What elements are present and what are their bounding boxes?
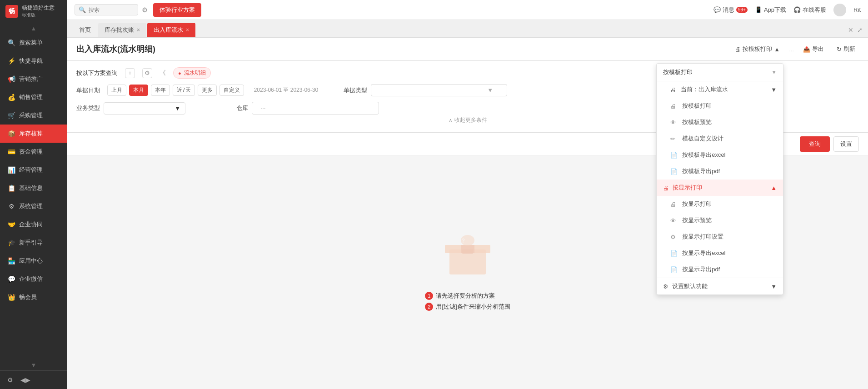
phone-icon: 📱: [755, 6, 762, 13]
doc-type-select[interactable]: ▼: [371, 84, 507, 96]
date-btn-current_month[interactable]: 本月: [129, 85, 148, 96]
display-settings-btn[interactable]: 设置: [833, 136, 859, 152]
sidebar-item-purchase[interactable]: 🛒采购管理: [0, 106, 67, 125]
tab-flow-label: 出入库流水: [154, 26, 183, 34]
collapse-conditions-btn[interactable]: ∧ 收起更多条件: [449, 116, 487, 124]
query-btn[interactable]: 查询: [800, 136, 830, 152]
sidebar-item-wechat[interactable]: 💬企业微信: [0, 270, 67, 288]
set-default-label: 设置默认功能: [672, 282, 708, 290]
topbar-search-box[interactable]: 🔍: [75, 4, 138, 15]
business-type-arrow: ▼: [175, 105, 180, 112]
sidebar-item-system[interactable]: ⚙系统管理: [0, 197, 67, 215]
member-icon: 👑: [7, 294, 15, 301]
message-icon: 💬: [713, 6, 721, 13]
date-btn-custom[interactable]: 自定义: [219, 85, 244, 96]
message-label: 消息: [723, 6, 734, 14]
date-btn-last_month[interactable]: 上月: [107, 85, 126, 96]
display-print-section-header[interactable]: 🖨 按显示打印 ▲: [657, 180, 783, 196]
warehouse-label: 仓库: [236, 104, 248, 112]
sidebar-item-label-appstore: 应用中心: [19, 257, 43, 265]
empty-tip-1: 1 请先选择要分析的方案: [425, 292, 510, 300]
dropdown-item-template_pdf[interactable]: 📄按模板导出pdf: [657, 163, 783, 180]
dropdown-item-template_preview[interactable]: 👁按模板预览: [657, 114, 783, 130]
sidebar-item-basic[interactable]: 📋基础信息: [0, 179, 67, 197]
industry-btn[interactable]: 体验行业方案: [153, 3, 201, 17]
sidebar-item-operations[interactable]: 📊经营管理: [0, 161, 67, 179]
warehouse-select[interactable]: ···: [252, 102, 379, 115]
expand-window-icon[interactable]: ⤢: [857, 26, 863, 34]
sidebar-item-search[interactable]: 🔍搜索菜单: [0, 34, 67, 52]
empty-illustration: ?: [440, 231, 495, 286]
template_print-icon: 🖨: [670, 103, 678, 110]
template-items: 🖨按模板打印👁按模板预览✏模板自定义设计📄按模板导出excel📄按模板导出pdf: [657, 98, 783, 180]
topbar-right: 💬 消息 99+ 📱 App下载 🎧 在线客服 Rit: [713, 4, 861, 16]
dropdown-footer[interactable]: ⚙ 设置默认功能 ▼: [657, 278, 783, 294]
system-icon: ⚙: [7, 203, 15, 210]
sidebar-item-appstore[interactable]: 🏪应用中心: [0, 252, 67, 270]
topbar-message[interactable]: 💬 消息 99+: [713, 6, 748, 14]
page-title: 出入库流水(流水明细): [76, 44, 155, 55]
export-btn[interactable]: 📤 导出: [799, 43, 828, 55]
svg-text:?: ?: [462, 238, 465, 244]
sidebar-logo: 畅 畅捷通好生意 标准版: [0, 0, 67, 23]
tab-flow-close[interactable]: ×: [186, 27, 189, 33]
business-type-select[interactable]: ▼: [104, 102, 185, 115]
sidebar-item-inventory[interactable]: 📦库存核算: [0, 125, 67, 143]
tab-flow[interactable]: 出入库流水 ×: [147, 23, 195, 37]
sidebar-bottom: ⚙ ◀▶: [0, 370, 67, 389]
dropdown-item-display_pdf[interactable]: 📄按显示导出pdf: [657, 261, 783, 278]
sidebar-item-shortcut[interactable]: ⚡快捷导航: [0, 52, 67, 70]
dropdown-item-template_excel[interactable]: 📄按模板导出excel: [657, 147, 783, 163]
tab-batch[interactable]: 库存批次账 ×: [98, 23, 146, 37]
sidebar-scroll-up[interactable]: ▲: [0, 23, 67, 34]
topbar-gear-icon[interactable]: ⚙: [142, 6, 148, 14]
sidebar-item-marketing[interactable]: 📢营销推广: [0, 70, 67, 88]
display_excel-icon: 📄: [670, 250, 678, 257]
template_pdf-icon: 📄: [670, 168, 678, 175]
search-input[interactable]: [89, 7, 130, 13]
tab-window-controls: ✕ ⤢: [848, 26, 863, 34]
filter-add-btn[interactable]: +: [125, 68, 135, 78]
filter-collapse-btn[interactable]: 《: [160, 69, 166, 77]
dropdown-item-display_print[interactable]: 🖨按显示打印: [657, 196, 783, 212]
dropdown-current-item[interactable]: 🖨 当前：出入库流水 ▼: [657, 81, 783, 98]
close-window-icon[interactable]: ✕: [848, 26, 853, 34]
date-btn-current_year[interactable]: 本年: [151, 85, 170, 96]
sidebar-scroll-down[interactable]: ▼: [0, 360, 67, 370]
refresh-btn[interactable]: ↻ 刷新: [833, 43, 859, 55]
sidebar-item-guide[interactable]: 🎓新手引导: [0, 234, 67, 252]
filter-tag-label: 流水明细: [184, 69, 206, 77]
dropdown-item-display_settings[interactable]: ⚙按显示打印设置: [657, 229, 783, 245]
dropdown-item-template_design[interactable]: ✏模板自定义设计: [657, 130, 783, 147]
sidebar-collapse-icon[interactable]: ◀▶: [20, 376, 30, 384]
topbar-app-download[interactable]: 📱 App下载: [755, 6, 786, 14]
sidebar-item-collab[interactable]: 🤝企业协同: [0, 215, 67, 234]
date-btn-last7[interactable]: 近7天: [173, 85, 195, 96]
sidebar-settings-icon[interactable]: ⚙: [7, 376, 13, 384]
print-dropdown-arrow: ▲: [774, 46, 780, 53]
filter-settings-btn[interactable]: ⚙: [142, 68, 152, 78]
user-avatar[interactable]: [833, 4, 846, 16]
dropdown-item-display_excel[interactable]: 📄按显示导出excel: [657, 245, 783, 261]
dropdown-close-btn[interactable]: ▼: [771, 69, 777, 75]
tab-home[interactable]: 首页: [73, 23, 97, 37]
sidebar-item-sales[interactable]: 💰销售管理: [0, 88, 67, 106]
tab-batch-close[interactable]: ×: [137, 27, 140, 33]
marketing-icon: 📢: [7, 75, 15, 83]
username[interactable]: Rit: [853, 6, 861, 13]
sidebar-item-member[interactable]: 👑畅会员: [0, 288, 67, 306]
sidebar-item-finance[interactable]: 💳资金管理: [0, 143, 67, 161]
logo-icon: 畅: [5, 5, 18, 18]
display_preview-icon: 👁: [670, 217, 678, 224]
dropdown-item-display_preview[interactable]: 👁按显示预览: [657, 212, 783, 229]
date-btn-more[interactable]: 更多: [198, 85, 217, 96]
topbar-online-service[interactable]: 🎧 在线客服: [793, 6, 826, 14]
finance-icon: 💳: [7, 148, 15, 155]
dropdown-item-template_print[interactable]: 🖨按模板打印: [657, 98, 783, 114]
doc-type-arrow: ▼: [487, 87, 493, 94]
print-template-btn[interactable]: 🖨 按模板打印 ▲: [731, 43, 783, 55]
headset-icon: 🎧: [793, 6, 801, 13]
main-content: 🔍 ⚙ 体验行业方案 💬 消息 99+ 📱 App下载 🎧 在线客服 Rit: [67, 0, 868, 389]
wechat-icon: 💬: [7, 275, 15, 283]
warehouse-more[interactable]: ···: [260, 105, 266, 112]
